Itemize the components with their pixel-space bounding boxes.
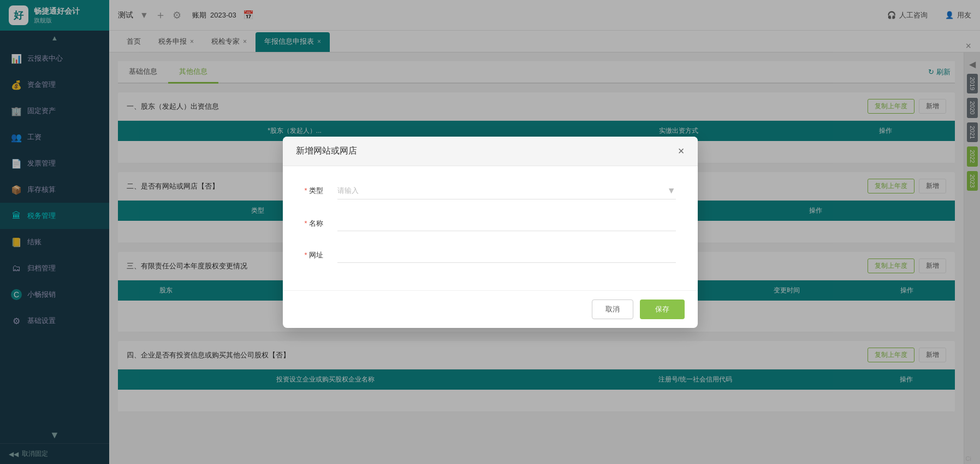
name-input[interactable]	[337, 219, 676, 227]
select-arrow-icon[interactable]: ▼	[667, 186, 676, 196]
form-row-name: * 名称	[305, 216, 676, 231]
form-label-type: * 类型	[305, 186, 337, 196]
modal-body: * 类型 ▼ * 名称	[283, 166, 698, 290]
required-star-url: *	[305, 251, 307, 259]
modal-header: 新增网站或网店 ×	[283, 137, 698, 166]
form-label-url: * 网址	[305, 250, 337, 260]
required-star-name: *	[305, 219, 307, 227]
cancel-button[interactable]: 取消	[592, 299, 633, 319]
modal-add-website: 新增网站或网店 × * 类型 ▼ * 名称	[283, 137, 698, 328]
form-label-name: * 名称	[305, 219, 337, 228]
form-input-wrap-url	[337, 248, 676, 263]
modal-overlay[interactable]: 新增网站或网店 × * 类型 ▼ * 名称	[0, 0, 980, 464]
url-input[interactable]	[337, 251, 676, 259]
type-input[interactable]	[337, 186, 667, 195]
form-row-url: * 网址	[305, 248, 676, 263]
required-star-type: *	[305, 186, 307, 195]
form-input-wrap-type: ▼	[337, 183, 676, 199]
modal-close-button[interactable]: ×	[678, 145, 685, 156]
save-button[interactable]: 保存	[640, 299, 685, 319]
form-row-type: * 类型 ▼	[305, 183, 676, 199]
modal-footer: 取消 保存	[283, 290, 698, 328]
form-input-wrap-name	[337, 216, 676, 231]
modal-title: 新增网站或网店	[296, 145, 357, 157]
